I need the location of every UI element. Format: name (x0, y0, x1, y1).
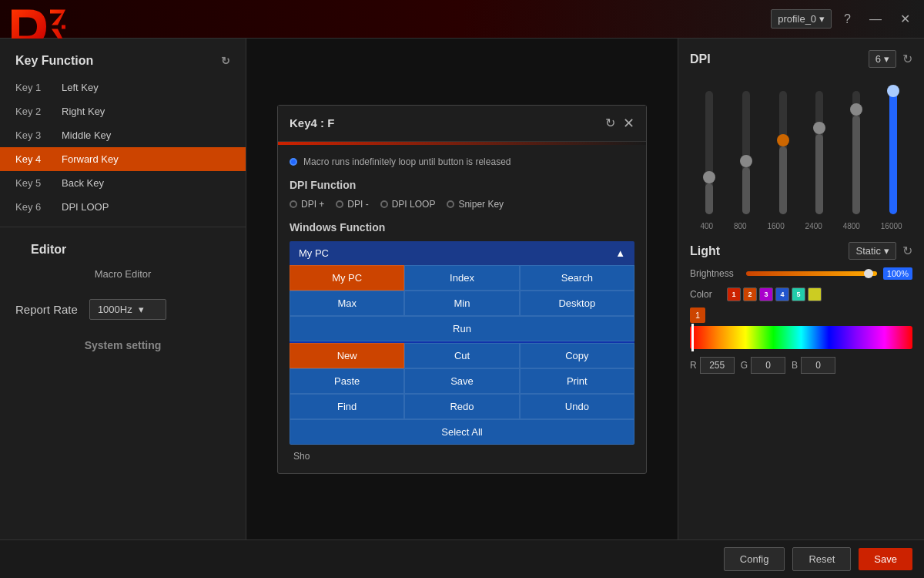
brightness-slider[interactable] (746, 271, 877, 276)
dpi-thumb-2 (740, 155, 752, 167)
key-row-2[interactable]: Key 2 Right Key (0, 99, 246, 123)
sniper-key-option[interactable]: Sniper Key (447, 199, 504, 210)
dropdown-save[interactable]: Save (404, 368, 519, 394)
dpi-slider-4[interactable] (804, 91, 835, 214)
dpi-refresh-icon[interactable]: ↻ (902, 52, 912, 66)
modal-body: Macro runs indefinitely loop until butto… (278, 145, 646, 473)
light-refresh-icon[interactable]: ↻ (902, 244, 912, 258)
dpi-radio-group: DPI + DPI - DPI LOOP Sniper Key (290, 199, 634, 210)
color-swatch-5[interactable]: 5 (792, 287, 805, 301)
macro-notice: Macro runs indefinitely loop until butto… (290, 156, 634, 167)
dropdown-grid-1: My PC Index Search (290, 265, 634, 291)
dpi-count-selector[interactable]: 6 ▾ (869, 50, 896, 68)
key-1-value: Left Key (62, 82, 99, 93)
minimize-button[interactable]: — (863, 9, 888, 29)
dropdown-grid-3: Run (290, 316, 634, 341)
dpi-plus-option[interactable]: DPI + (290, 199, 324, 210)
color-swatch-6[interactable] (808, 287, 822, 301)
dropdown-desktop[interactable]: Desktop (520, 291, 634, 316)
key-row-6[interactable]: Key 6 DPI LOOP (0, 195, 246, 219)
report-rate-value: 1000Hz (98, 304, 132, 315)
modal-overlay: Key4 : F ↻ ✕ Macro runs indefinitely loo… (246, 39, 678, 539)
dpi-slider-1[interactable] (694, 91, 725, 214)
dpi-label-1: 400 (700, 222, 713, 230)
dropdown-copy[interactable]: Copy (520, 343, 634, 368)
key-config-modal: Key4 : F ↻ ✕ Macro runs indefinitely loo… (277, 105, 647, 474)
dpi-thumb-5 (850, 103, 862, 116)
report-rate-label: Report Rate (15, 303, 78, 316)
dropdown-select-all[interactable]: Select All (290, 419, 634, 445)
dropdown-undo[interactable]: Undo (520, 394, 634, 419)
key-row-5[interactable]: Key 5 Back Key (0, 171, 246, 195)
key-row-4[interactable]: Key 4 Forward Key (0, 147, 246, 171)
macro-editor-button[interactable]: Macro Editor (15, 264, 230, 284)
dropdown-grid-7: Select All (290, 419, 634, 445)
dpi-section-title: DPI Function (290, 179, 634, 191)
windows-dropdown-container: My PC ▲ My PC Index Search Max Min Deskt… (290, 241, 634, 445)
dpi-label-6: 16000 (881, 222, 902, 230)
dropdown-mypc[interactable]: My PC (290, 265, 404, 291)
dropdown-grid-4: New Cut Copy (290, 343, 634, 368)
dpi-slider-5[interactable] (841, 91, 872, 214)
bottom-bar: Config Reset Save (0, 539, 924, 578)
dpi-minus-option[interactable]: DPI - (336, 199, 368, 210)
dpi-slider-2[interactable] (731, 91, 762, 214)
g-label: G (741, 360, 748, 371)
b-input-group: B (792, 357, 835, 374)
profile-selector[interactable]: profile_0 ▾ (771, 9, 832, 29)
close-button[interactable]: ✕ (894, 8, 916, 29)
color-swatch-1[interactable]: 1 (727, 287, 741, 301)
dpi-title: DPI (690, 52, 711, 66)
dropdown-index[interactable]: Index (404, 265, 519, 291)
dropdown-paste[interactable]: Paste (290, 368, 404, 394)
dropdown-find[interactable]: Find (290, 394, 404, 419)
config-button[interactable]: Config (724, 547, 785, 571)
report-rate-row: Report Rate 1000Hz ▾ (0, 287, 246, 331)
dropdown-grid-5: Paste Save Print (290, 368, 634, 394)
dropdown-print[interactable]: Print (520, 368, 634, 394)
dropdown-min[interactable]: Min (404, 291, 519, 316)
key-2-label: Key 2 (15, 106, 62, 117)
dpi-slider-3[interactable] (768, 91, 798, 214)
dropdown-search[interactable]: Search (520, 265, 634, 291)
color-swatch-3[interactable]: 3 (759, 287, 773, 301)
color-swatch-2[interactable]: 2 (743, 287, 757, 301)
dropdown-max[interactable]: Max (290, 291, 404, 316)
dpi-loop-option[interactable]: DPI LOOP (380, 199, 436, 210)
r-input[interactable] (700, 357, 735, 374)
report-rate-selector[interactable]: 1000Hz ▾ (89, 299, 166, 320)
color-swatch-4[interactable]: 4 (775, 287, 789, 301)
dropdown-redo[interactable]: Redo (404, 394, 519, 419)
light-mode-selector[interactable]: Static ▾ (849, 242, 896, 260)
active-color-badge: 1 (690, 307, 705, 323)
key-row-3[interactable]: Key 3 Middle Key (0, 123, 246, 147)
modal-refresh-button[interactable]: ↻ (605, 116, 615, 130)
dpi-fill-6 (889, 91, 897, 214)
dropdown-run[interactable]: Run (290, 316, 634, 341)
dpi-loop-label: DPI LOOP (392, 199, 436, 210)
g-input[interactable] (751, 357, 785, 374)
key-4-value: Forward Key (62, 153, 119, 165)
save-button[interactable]: Save (859, 548, 912, 570)
dpi-sliders (690, 76, 912, 214)
b-input[interactable] (801, 357, 835, 374)
dpi-plus-radio (290, 200, 297, 208)
color-spectrum[interactable] (690, 326, 912, 349)
light-mode-chevron-icon: ▾ (884, 245, 889, 257)
dpi-header: DPI 6 ▾ ↻ (690, 50, 912, 68)
dpi-slider-6[interactable] (878, 91, 909, 214)
dpi-track-5 (852, 91, 860, 214)
dropdown-selected-value: My PC (299, 247, 329, 259)
editor-title: Editor (15, 239, 230, 264)
dropdown-new[interactable]: New (290, 343, 404, 368)
modal-close-button[interactable]: ✕ (623, 115, 634, 132)
dropdown-cut[interactable]: Cut (404, 343, 519, 368)
system-setting-button[interactable]: System setting (0, 331, 246, 359)
reset-button[interactable]: Reset (792, 547, 851, 571)
sniper-radio (447, 200, 454, 208)
key-row-1[interactable]: Key 1 Left Key (0, 76, 246, 99)
help-button[interactable]: ? (838, 9, 857, 29)
dropdown-header[interactable]: My PC ▲ (290, 241, 634, 265)
dpi-track-3 (779, 91, 787, 214)
refresh-icon[interactable]: ↻ (221, 55, 230, 67)
